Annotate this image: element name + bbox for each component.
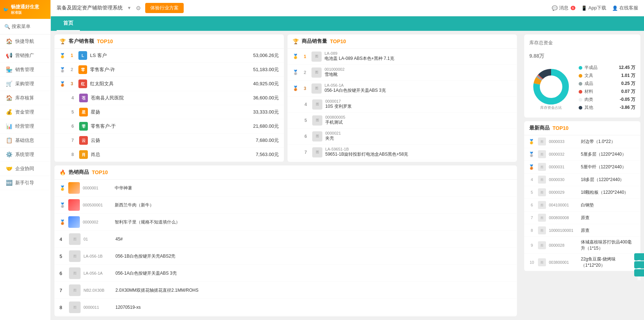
customer-amount: 36,600.00元 <box>253 95 279 101</box>
product-rank-row: 7 图 LA-59651-1B 59651-1B旋转投影灯电池盒ABS黑色+58… <box>288 144 517 160</box>
sidebar-item-guide[interactable]: 🆕新手引导 <box>0 176 50 190</box>
nav-label-operations: 经营管理 <box>15 123 34 130</box>
product-thumb: 图 <box>312 131 322 141</box>
trial-button[interactable]: 体验行业方案 <box>145 3 184 13</box>
product-name: 雪地靴 <box>325 71 512 78</box>
sidebar-logo: 🐦 畅捷通好生意 标准版 <box>0 0 50 19</box>
latest-product-row: 5 图 0000029 18颗粒板（1220*2440） <box>524 186 640 199</box>
medal-icon: 🥉 <box>60 81 65 87</box>
customer-ranking-body: 🥇 1 L LS 客户 53,006.26元 🥈 2 零 零售客户-许 51,1… <box>54 49 284 162</box>
nav-label-marketing: 营销推广 <box>15 52 34 59</box>
nav-icon-quick-nav: 🏠 <box>6 38 12 45</box>
customer-amount: 33,333.00元 <box>253 109 279 115</box>
right-panel: 库存总资金 9.88万 库存资金占比 半成品 12.45 万 文具 1.01 万 <box>521 31 644 320</box>
product-info: 0000017 10S 变利罗浆 <box>325 99 512 110</box>
online-service-button[interactable]: 👤 在线客服 <box>612 5 638 11</box>
medal-icon: 🥈 <box>60 67 65 73</box>
search-menu-area[interactable]: 🔍 搜索菜单 <box>0 19 50 34</box>
rank-number: 4 <box>69 95 76 100</box>
hot-medal-icon: 🥉 <box>60 220 65 225</box>
product-rank-row: 5 图 000800005 手机测试 <box>288 112 517 128</box>
customer-amount: 40,925.00元 <box>253 81 279 87</box>
message-button[interactable]: 💬 消息 6 <box>552 5 575 11</box>
hot-medal-icon: 🥇 <box>60 185 65 191</box>
search-menu-button[interactable]: 🔍 搜索菜单 <box>3 22 48 31</box>
hot-rank-spacer: 5 <box>60 254 66 259</box>
customer-rank-row: 5 星 星扬 33,333.00元 <box>54 105 284 119</box>
customer-ranking-header: 🏆 客户销售额 TOP10 <box>54 34 284 49</box>
system-title-arrow[interactable]: ▼ <box>127 5 131 11</box>
logo-icon: 🐦 <box>3 7 9 12</box>
customer-name: LS 客户 <box>90 52 250 59</box>
sidebar-item-quick-nav[interactable]: 🏠快捷导航 <box>0 34 50 49</box>
customer-amount: 7,680.00元 <box>256 137 279 144</box>
tab-home[interactable]: 首页 <box>57 16 80 31</box>
prod-medal-icon: 🥇 <box>293 54 298 59</box>
latest-thumb: 图 <box>538 201 546 209</box>
sidebar-item-sales[interactable]: 🏪销售管理 <box>0 63 50 77</box>
customer-name: 苍南县人民医院 <box>91 95 250 101</box>
latest-code: 0000031 <box>549 165 578 169</box>
app-download-button[interactable]: 📱 App下载 <box>581 5 606 11</box>
sidebar-item-purchase[interactable]: 🛒采购管理 <box>0 77 50 91</box>
nav-label-sales: 销售管理 <box>15 66 34 73</box>
inventory-card: 库存总资金 9.88万 库存资金占比 半成品 12.45 万 文具 1.01 万 <box>524 34 640 118</box>
hot-product-image <box>68 216 80 228</box>
hot-product-image: 图 <box>69 301 81 313</box>
hot-product-code: 0000011 <box>83 305 113 309</box>
latest-products-header: 最新商品 TOP10 <box>524 121 640 135</box>
sidebar-item-inventory[interactable]: 🏠库存核算 <box>0 91 50 105</box>
prod-medal-icon: 🥉 <box>293 86 298 91</box>
customer-name: 零售客户-许 <box>90 66 250 73</box>
hot-product-image: 图 <box>69 284 81 296</box>
latest-rank-num: 9 <box>529 243 535 247</box>
latest-thumb: 图 <box>538 150 546 158</box>
product-name: 056-1A白色按键开关盖ABS 3克 <box>325 87 512 94</box>
service-icon: 👤 <box>612 5 618 11</box>
rank-number: 6 <box>69 124 76 129</box>
latest-name: 白钢垫 <box>581 202 636 208</box>
nav-label-basic-info: 基础信息 <box>15 137 34 144</box>
customer-rank-row: 6 零 零售客户-于 21,680.00元 <box>54 119 284 134</box>
hot-product-name: 12070519-xs <box>115 305 512 310</box>
customer-ranking-title: 客户销售额 <box>69 38 94 45</box>
content-nav: 首页 <box>51 16 644 31</box>
legend-name: 成品 <box>584 81 619 87</box>
latest-name: 18颗粒板（1220*2440） <box>581 189 636 196</box>
customer-rank-row: 🥈 2 零 零售客户-许 51,183.00元 <box>54 63 284 77</box>
product-thumb: 图 <box>312 115 322 126</box>
system-title: 装备及固定资产辅助管理系统 <box>57 5 123 11</box>
content-body: 🏆 客户销售额 TOP10 🥇 1 L LS 客户 53,006.26元 🥈 2… <box>51 31 644 320</box>
latest-thumb: 图 <box>538 163 546 171</box>
hot-product-code: LA-056-1A <box>83 271 113 275</box>
product-thumb: 图 <box>311 52 322 62</box>
hot-product-row: 4 图 01 45# <box>54 231 517 248</box>
sidebar-item-operations[interactable]: 📊经营管理 <box>0 119 50 134</box>
inventory-amount: 9.88万 <box>529 49 635 60</box>
customer-name: 云扬 <box>91 137 253 144</box>
latest-thumb: 图 <box>538 188 546 196</box>
prod-rank-number: 6 <box>302 134 309 139</box>
service-community-btn[interactable]: 服务社区 <box>634 261 644 268</box>
settings-icon[interactable]: ⚙ <box>136 5 141 12</box>
latest-code: 0000033 <box>549 139 578 144</box>
sidebar-item-finance[interactable]: 💰资金管理 <box>0 105 50 119</box>
sidebar-item-system[interactable]: ⚙️系统管理 <box>0 148 50 162</box>
sidebar-item-enterprise[interactable]: 🤝企业协同 <box>0 162 50 176</box>
legend-name: 肉类 <box>584 97 617 103</box>
product-ranking-body: 🥇 1 图 LA-089 电池盖 LA-089 ABS本色+黑种 7.1克 🥈 … <box>288 49 517 160</box>
hot-product-name: 45# <box>115 237 512 242</box>
prod-rank-number: 1 <box>301 54 309 59</box>
customer-amount: 21,680.00元 <box>253 123 279 130</box>
online-service-label: 在线客服 <box>619 5 638 11</box>
trophy-icon: 🏆 <box>60 38 66 44</box>
sidebar-item-basic-info[interactable]: 📋基础信息 <box>0 134 50 148</box>
customer-service-btn[interactable]: 客服热线 <box>634 253 644 260</box>
legend-value: 12.45 万 <box>619 65 635 71</box>
message-icon: 💬 <box>552 5 558 11</box>
prod-rank-number: 2 <box>301 70 309 75</box>
direct-visit-btn[interactable]: 直营 <box>634 269 644 276</box>
product-ranking-card: 🏆 商品销售量 TOP10 🥇 1 图 LA-089 电池盖 LA-089 AB… <box>288 34 517 162</box>
sidebar-item-marketing[interactable]: 📢营销推广 <box>0 49 50 63</box>
legend-name: 材料 <box>584 89 619 95</box>
